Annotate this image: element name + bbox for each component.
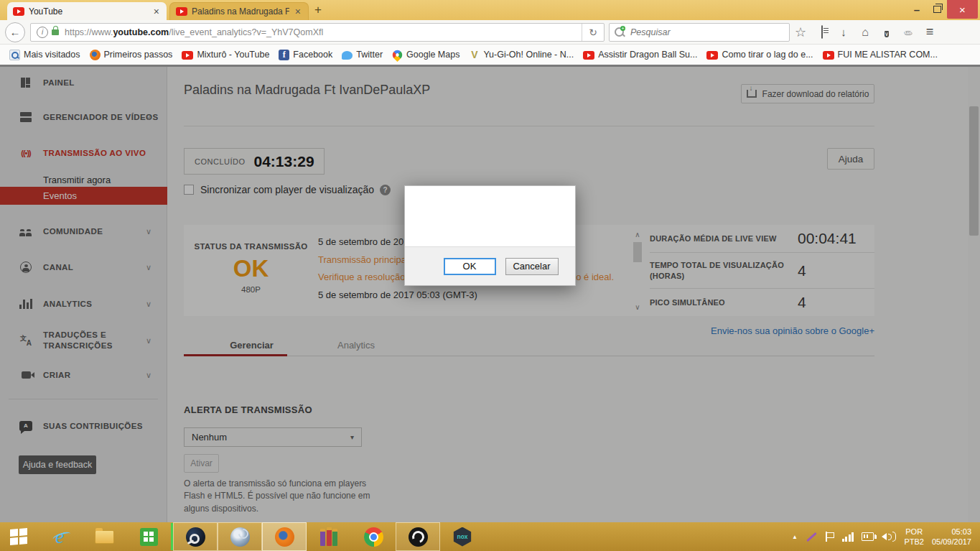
media-app-icon	[230, 527, 250, 547]
action-center-flag-icon[interactable]	[826, 532, 834, 542]
new-tab-button[interactable]: +	[314, 3, 322, 17]
battery-icon[interactable]	[862, 532, 874, 541]
downloads-icon[interactable]: ↓	[833, 26, 854, 38]
taskbar-chrome[interactable]	[351, 522, 396, 551]
tab-paladins[interactable]: Paladins na Madrugada Ft Iv ×	[169, 2, 309, 20]
youtube-favicon	[13, 7, 24, 16]
url-domain: youtube.com	[113, 27, 169, 37]
file-explorer-icon	[95, 530, 114, 544]
pocket-shield-icon: ∨	[885, 31, 889, 37]
language-code: POR	[904, 527, 924, 537]
add-engine-badge: +	[620, 26, 625, 31]
tab-title: YouTube	[29, 6, 148, 17]
restore-button[interactable]	[927, 0, 947, 19]
bookmark-twitter[interactable]: Twitter	[342, 50, 383, 60]
windows-store-icon	[140, 528, 158, 546]
close-tab-icon[interactable]: ×	[152, 6, 161, 17]
bookmark-primeiros-passos[interactable]: Primeiros passos	[90, 50, 173, 60]
clipboard-icon	[821, 25, 823, 39]
chrome-icon	[364, 527, 383, 547]
bookmarks-bar: Mais visitados Primeiros passos Mixturô …	[0, 45, 980, 65]
taskbar-windows-store[interactable]	[126, 522, 171, 551]
abp-badge: ABP	[904, 31, 913, 35]
most-visited-icon	[9, 50, 20, 60]
search-bar[interactable]: +	[609, 23, 790, 42]
close-window-button[interactable]: ×	[947, 0, 978, 19]
windows-taskbar: e nox ▲ POR PTB2 05:03 05/09/2017	[0, 522, 980, 551]
bookmark-google-maps[interactable]: Google Maps	[392, 50, 459, 60]
twitter-icon	[342, 51, 353, 60]
taskbar-file-explorer[interactable]	[82, 522, 126, 551]
taskbar-media-app[interactable]	[218, 522, 262, 551]
volume-icon[interactable]	[882, 532, 896, 542]
youtube-icon	[583, 51, 594, 60]
taskbar-obs[interactable]	[396, 522, 440, 551]
google-maps-icon	[391, 47, 404, 61]
clock-date: 05/09/2017	[932, 537, 971, 547]
home-icon[interactable]: ⌂	[854, 26, 876, 39]
pen-input-icon[interactable]	[806, 532, 817, 542]
tab-youtube[interactable]: YouTube ×	[7, 2, 167, 20]
pocket-icon[interactable]: ∨	[876, 26, 897, 39]
bookmark-facebook[interactable]: fFacebook	[279, 50, 332, 60]
minimize-button[interactable]: –	[907, 0, 927, 19]
taskbar-firefox[interactable]	[262, 522, 307, 551]
url-bar[interactable]: i https://www.youtube.com/live_event_ana…	[30, 23, 605, 42]
search-icon[interactable]: +	[615, 27, 624, 37]
dialog-footer: OK Cancelar	[405, 246, 575, 285]
clock-time: 05:03	[932, 527, 971, 537]
youtube-favicon	[176, 7, 187, 16]
bookmark-mixturo[interactable]: Mixturô - YouTube	[182, 50, 269, 60]
browser-titlebar: YouTube × Paladins na Madrugada Ft Iv × …	[0, 0, 980, 20]
language-indicator[interactable]: POR PTB2	[904, 527, 924, 547]
bookmark-como-tirar-lag[interactable]: Como tirar o lag do e...	[706, 50, 813, 60]
reading-list-icon[interactable]	[811, 26, 833, 39]
bookmark-fui-me-alistar[interactable]: FUI ME ALISTAR COM...	[823, 50, 938, 60]
network-signal-icon[interactable]	[842, 532, 854, 542]
bookmark-dragon-ball[interactable]: Assistir Dragon Ball Su...	[583, 50, 697, 60]
ok-button[interactable]: OK	[444, 258, 496, 275]
close-tab-icon[interactable]: ×	[294, 6, 302, 17]
internet-explorer-icon: e	[55, 526, 64, 548]
reload-button[interactable]: ↻	[582, 24, 604, 41]
nox-icon: nox	[453, 527, 472, 547]
obs-icon	[409, 527, 428, 547]
url-path: /live_event_analytics?v=_YhV7QomXfl	[169, 27, 323, 37]
menu-icon[interactable]: ≡	[919, 24, 941, 40]
taskbar-internet-explorer[interactable]: e	[37, 522, 82, 551]
winrar-icon	[320, 527, 337, 546]
youtube-icon	[823, 51, 834, 60]
tab-title: Paladins na Madrugada Ft Iv	[192, 6, 289, 17]
youtube-icon	[706, 51, 718, 60]
cancel-button[interactable]: Cancelar	[505, 258, 559, 275]
restore-icon	[933, 6, 941, 13]
bookmark-most-visited[interactable]: Mais visitados	[9, 50, 80, 60]
hidden-icons-icon[interactable]: ▲	[792, 534, 798, 540]
confirm-dialog: OK Cancelar	[404, 185, 576, 286]
navigation-toolbar: ← i https://www.youtube.com/live_event_a…	[0, 20, 980, 45]
start-button[interactable]	[0, 522, 37, 551]
search-input[interactable]	[629, 27, 789, 38]
steam-icon	[186, 527, 205, 547]
page-content: PAINEL GERENCIADOR DE VÍDEOS ∨ ((•)) TRA…	[0, 65, 980, 522]
ssl-lock-icon[interactable]	[52, 29, 59, 35]
windows-logo-icon	[10, 528, 27, 545]
youtube-icon	[182, 51, 193, 60]
page-info-icon[interactable]: i	[37, 27, 48, 38]
firefox-icon	[90, 50, 101, 60]
taskbar-steam[interactable]	[173, 522, 218, 551]
desktop: YouTube × Paladins na Madrugada Ft Iv × …	[0, 0, 980, 551]
adblock-icon[interactable]: ABP	[897, 24, 919, 40]
taskbar-clock[interactable]: 05:03 05/09/2017	[932, 527, 971, 547]
bookmark-star-icon[interactable]: ☆	[790, 24, 811, 40]
facebook-icon: f	[279, 50, 289, 60]
keyboard-layout: PTB2	[904, 537, 924, 547]
taskbar-nox[interactable]: nox	[440, 522, 485, 551]
taskbar-winrar[interactable]	[307, 522, 351, 551]
yugioh-icon: V	[469, 50, 480, 60]
url-prefix: https://www.	[65, 27, 113, 37]
system-tray: ▲ POR PTB2 05:03 05/09/2017	[792, 527, 980, 547]
bookmark-yugioh[interactable]: VYu-Gi-Oh! Online - N...	[469, 50, 574, 60]
dialog-body	[405, 186, 575, 246]
back-button[interactable]: ←	[5, 22, 25, 42]
